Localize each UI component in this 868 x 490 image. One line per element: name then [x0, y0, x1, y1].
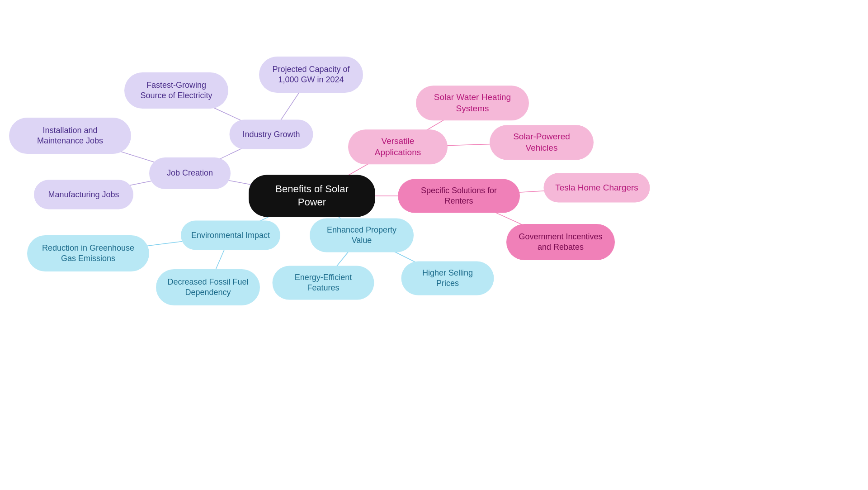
node-solar-vehicles[interactable]: Solar-Powered Vehicles	[490, 125, 594, 160]
node-govt-incentives[interactable]: Government Incentives and Rebates	[506, 224, 615, 260]
node-specific-solutions[interactable]: Specific Solutions for Renters	[398, 179, 520, 213]
node-energy-efficient[interactable]: Energy-Efficient Features	[273, 266, 374, 300]
node-manufacturing-jobs[interactable]: Manufacturing Jobs	[34, 180, 133, 209]
node-installation-jobs[interactable]: Installation and Maintenance Jobs	[9, 118, 131, 154]
node-higher-selling[interactable]: Higher Selling Prices	[401, 262, 494, 295]
node-tesla-chargers[interactable]: Tesla Home Chargers	[544, 173, 650, 203]
node-fastest-growing[interactable]: Fastest-Growing Source of Electricity	[124, 72, 228, 109]
node-projected-capacity[interactable]: Projected Capacity of 1,000 GW in 2024	[259, 57, 363, 93]
mind-map: Benefits of Solar PowerJob CreationInsta…	[0, 0, 868, 490]
center-node[interactable]: Benefits of Solar Power	[249, 175, 375, 217]
node-industry-growth[interactable]: Industry Growth	[230, 120, 313, 149]
node-solar-water[interactable]: Solar Water Heating Systems	[416, 86, 529, 120]
node-fossil-fuel[interactable]: Decreased Fossil Fuel Dependency	[156, 269, 260, 305]
node-job-creation[interactable]: Job Creation	[149, 157, 231, 189]
node-environmental-impact[interactable]: Environmental Impact	[181, 221, 280, 250]
node-property-value[interactable]: Enhanced Property Value	[310, 219, 414, 252]
node-versatile-apps[interactable]: Versatile Applications	[348, 129, 448, 164]
node-greenhouse[interactable]: Reduction in Greenhouse Gas Emissions	[27, 235, 149, 271]
